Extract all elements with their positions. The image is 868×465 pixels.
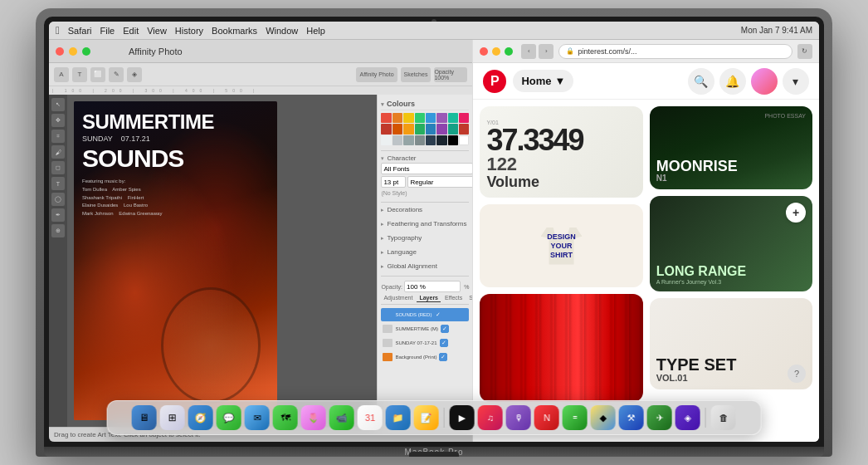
apple-menu[interactable]:  — [56, 24, 60, 37]
dock-keynote[interactable]: ◆ — [591, 405, 616, 430]
pin-moonrise[interactable]: MOONRISE N1 PHOTO ESSAY — [650, 106, 812, 189]
dock-numbers[interactable]: = — [563, 405, 588, 430]
minimize-button[interactable] — [69, 47, 77, 56]
menubar-window[interactable]: Window — [266, 26, 298, 36]
layer-vis-3[interactable]: ✓ — [440, 339, 448, 347]
swatch-darkorange[interactable] — [393, 124, 402, 134]
layer-vis-2[interactable]: ✓ — [441, 325, 449, 333]
dock-trash[interactable]: 🗑 — [711, 405, 736, 430]
font-weight-input[interactable] — [407, 176, 472, 188]
opacity-field[interactable]: Opacity 100% — [434, 67, 467, 82]
toolbar-btn-3[interactable]: ⬜ — [90, 67, 105, 82]
browser-close[interactable] — [480, 47, 488, 56]
dock-tv[interactable]: ▶ — [450, 405, 475, 430]
dock-mail[interactable]: ✉ — [245, 405, 270, 430]
opacity-input[interactable] — [404, 281, 461, 292]
pin-numbers[interactable]: Y/01 37.3349 122 Volume — [480, 106, 642, 198]
swatch-darkpurple[interactable] — [436, 124, 446, 134]
tool-move[interactable]: ✥ — [51, 114, 65, 127]
notification-button[interactable]: 🔔 — [719, 68, 746, 95]
swatch-gold[interactable] — [403, 124, 413, 134]
font-family-input[interactable] — [381, 163, 472, 174]
toolbar-btn-5[interactable]: ◈ — [127, 67, 142, 82]
swatch-red[interactable] — [381, 113, 391, 123]
swatch-orange[interactable] — [393, 113, 402, 123]
font-size-input[interactable] — [381, 176, 406, 188]
dock-finder[interactable]: 🖥 — [132, 405, 157, 430]
swatch-purple[interactable] — [436, 113, 446, 123]
swatch-darkgray[interactable] — [415, 135, 425, 145]
pin-long-range[interactable]: LONG RANGE A Runner's Journey Vol.3 + — [650, 196, 812, 291]
question-button[interactable]: ? — [788, 365, 806, 383]
pinterest-logo[interactable]: P — [483, 70, 506, 93]
tab-styles[interactable]: Styles — [466, 294, 472, 302]
browser-fullscreen[interactable] — [505, 47, 513, 56]
dock-music[interactable]: ♫ — [478, 405, 503, 430]
decorations-header[interactable]: ▸ Decorations — [381, 205, 469, 214]
dock-messages[interactable]: 💬 — [217, 405, 241, 430]
swatch-darkblue[interactable] — [426, 124, 436, 134]
swatch-navy[interactable] — [426, 135, 436, 145]
swatch-blue[interactable] — [426, 113, 436, 123]
dock-affinity[interactable]: ◈ — [675, 405, 700, 430]
dock-files[interactable]: 📁 — [386, 405, 411, 430]
toolbar-tab-sketches[interactable]: Sketches — [401, 67, 432, 82]
toolbar-tab-affinity[interactable]: Affinity Photo — [356, 67, 397, 82]
toolbar-btn-2[interactable]: T — [72, 67, 87, 82]
tool-text[interactable]: T — [51, 177, 65, 190]
user-avatar[interactable] — [751, 68, 778, 95]
swatch-white[interactable] — [381, 135, 391, 145]
dock-maps[interactable]: 🗺 — [273, 405, 298, 430]
layer-vis-4[interactable]: ✓ — [439, 353, 447, 361]
reload-button[interactable]: ↻ — [797, 44, 812, 59]
swatch-darkteal[interactable] — [448, 124, 458, 134]
menubar-file[interactable]: File — [100, 26, 115, 36]
layer-sunday[interactable]: SUNDAY 07-17-21 ✓ — [381, 336, 469, 350]
tool-brush[interactable]: 🖌 — [51, 145, 65, 159]
toolbar-btn-1[interactable]: A — [54, 67, 69, 82]
colours-chevron[interactable]: ▾ — [381, 101, 384, 107]
tool-crop[interactable]: ⌗ — [51, 130, 65, 143]
swatch-pink[interactable] — [459, 113, 469, 123]
tool-shape[interactable]: ◯ — [51, 193, 65, 206]
swatch-yellow[interactable] — [403, 113, 413, 123]
fullscreen-button[interactable] — [82, 47, 90, 56]
feathering-header[interactable]: ▸ Feathering and Transforms — [381, 219, 469, 228]
menubar-history[interactable]: History — [175, 26, 203, 36]
dock-notes[interactable]: 📝 — [414, 405, 439, 430]
save-pin-button[interactable]: + — [786, 203, 806, 223]
dock-testflight[interactable]: ✈ — [647, 405, 672, 430]
forward-button[interactable]: › — [539, 44, 553, 59]
tab-effects[interactable]: Effects — [442, 294, 465, 302]
menubar-edit[interactable]: Edit — [123, 26, 139, 36]
pin-type-set[interactable]: TYPE SET VOL.01 ? — [650, 298, 812, 389]
layer-sounds[interactable]: SOUNDS (RED) ✓ — [381, 308, 469, 321]
menubar-bookmarks[interactable]: Bookmarks — [212, 26, 257, 36]
swatch-lightgray[interactable] — [393, 135, 402, 145]
layer-vis-1[interactable]: ✓ — [434, 311, 442, 319]
layer-background[interactable]: Background (Print) ✓ — [381, 350, 469, 364]
canvas-area[interactable]: SUMMERTIME SUNDAY 07.17.21 SOUNDS Featur… — [67, 95, 377, 427]
swatch-darkgreen[interactable] — [415, 124, 425, 134]
swatch-black[interactable] — [448, 135, 458, 145]
dock-calendar[interactable]: 31 — [358, 405, 383, 430]
tab-adjustment[interactable]: Adjustment — [381, 294, 415, 302]
dock-safari[interactable]: 🧭 — [188, 405, 213, 430]
back-button[interactable]: ‹ — [521, 44, 536, 59]
menubar-safari[interactable]: Safari — [68, 26, 92, 36]
swatch-teal[interactable] — [448, 113, 458, 123]
more-button[interactable]: ▾ — [783, 68, 809, 95]
dock-facetime[interactable]: 📹 — [329, 405, 354, 430]
tool-pen[interactable]: ✒ — [51, 208, 65, 222]
tool-eraser[interactable]: ◻ — [51, 161, 65, 174]
pin-red-curtain[interactable] — [480, 294, 642, 402]
swatch-pure-white[interactable] — [459, 135, 469, 145]
dock-xcode[interactable]: ⚒ — [619, 405, 644, 430]
menubar-help[interactable]: Help — [306, 26, 325, 36]
tab-layers[interactable]: Layers — [417, 294, 441, 302]
swatch-darknavy[interactable] — [436, 135, 446, 145]
tool-zoom[interactable]: ⊕ — [51, 224, 65, 237]
swatch-gray[interactable] — [403, 135, 413, 145]
typography-header[interactable]: ▸ Typography — [381, 233, 469, 242]
toolbar-btn-4[interactable]: ✎ — [109, 67, 124, 82]
